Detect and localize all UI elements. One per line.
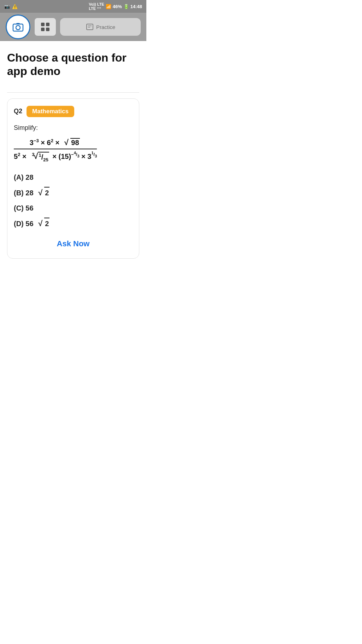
main-content: Choose a question for app demo Q2 Mathem… bbox=[0, 41, 146, 266]
grid-icon bbox=[40, 22, 50, 32]
cbrt-inner: 1/25 bbox=[38, 152, 49, 162]
status-left-icons: 📷 ⚠️ bbox=[4, 4, 18, 9]
sqrt-98: 98 bbox=[62, 138, 81, 147]
svg-point-1 bbox=[16, 25, 20, 30]
numerator: 3−3 × 62 × 98 bbox=[14, 138, 97, 148]
denominator: 52 × 3√1/25 × (15)−4/3 × 31/3 bbox=[14, 150, 97, 162]
divider-top bbox=[7, 92, 139, 93]
top-nav: Practice bbox=[0, 13, 146, 41]
camera-status-icon: 📷 bbox=[4, 4, 10, 9]
practice-icon bbox=[86, 23, 94, 31]
practice-label: Practice bbox=[96, 24, 115, 30]
question-card: Q2 Mathematics Simplify: 3−3 × 62 × 98 5… bbox=[7, 98, 139, 259]
fraction-line bbox=[14, 149, 97, 149]
subject-badge: Mathematics bbox=[27, 106, 74, 117]
ask-now-button[interactable]: Ask Now bbox=[14, 239, 133, 248]
svg-rect-2 bbox=[16, 23, 20, 24]
time-label: 14:48 bbox=[130, 4, 142, 9]
sqrt-98-inner: 98 bbox=[70, 138, 80, 147]
sqrt-2-d: 2 bbox=[35, 218, 51, 229]
camera-icon bbox=[12, 21, 24, 33]
option-b[interactable]: (B) 28 2 bbox=[14, 187, 133, 199]
svg-rect-5 bbox=[41, 28, 45, 31]
network-label: Vo)) LTELTE ⁺⁺ bbox=[89, 2, 104, 11]
practice-button[interactable]: Practice bbox=[60, 18, 141, 36]
cbrt-expr: 3√1/25 bbox=[28, 152, 51, 162]
signal-icon: 📶 bbox=[106, 4, 111, 9]
status-right-info: Vo)) LTELTE ⁺⁺ 📶 46% 🔋 14:48 bbox=[89, 2, 142, 11]
question-label: Q2 bbox=[14, 108, 22, 115]
battery-icon: 🔋 bbox=[123, 4, 129, 9]
svg-rect-6 bbox=[46, 28, 49, 31]
grid-icon-button[interactable] bbox=[35, 18, 56, 36]
page-title: Choose a question for app demo bbox=[7, 51, 139, 78]
sqrt-2-b-inner: 2 bbox=[44, 187, 49, 198]
sqrt-2-d-inner: 2 bbox=[44, 218, 49, 229]
battery-label: 46% bbox=[113, 4, 122, 9]
option-a[interactable]: (A) 28 bbox=[14, 172, 133, 183]
fraction: 3−3 × 62 × 98 52 × 3√1/25 × (15)−4/3 × 3… bbox=[14, 138, 97, 162]
cbrt-symbol: √ bbox=[34, 152, 38, 161]
option-c[interactable]: (C) 56 bbox=[14, 203, 133, 213]
question-header: Q2 Mathematics bbox=[14, 106, 133, 117]
sqrt-2-b: 2 bbox=[35, 187, 51, 199]
math-expression: 3−3 × 62 × 98 52 × 3√1/25 × (15)−4/3 × 3… bbox=[14, 138, 97, 162]
status-bar: 📷 ⚠️ Vo)) LTELTE ⁺⁺ 📶 46% 🔋 14:48 bbox=[0, 0, 146, 13]
camera-circle-button[interactable] bbox=[6, 15, 30, 39]
question-instruction: Simplify: bbox=[14, 124, 133, 132]
option-d[interactable]: (D) 56 2 bbox=[14, 218, 133, 229]
svg-rect-4 bbox=[46, 23, 49, 26]
svg-rect-3 bbox=[41, 23, 45, 26]
svg-rect-7 bbox=[87, 24, 93, 30]
warning-icon: ⚠️ bbox=[12, 4, 18, 9]
